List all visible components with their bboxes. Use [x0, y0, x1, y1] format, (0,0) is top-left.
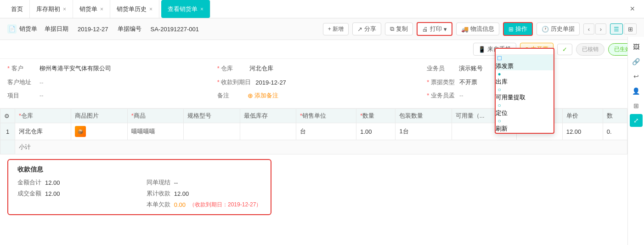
history-icon: 🕐	[542, 26, 549, 33]
locate-icon: ○	[496, 102, 503, 109]
ticket-type-label: 票据类型	[427, 78, 455, 86]
outstanding-value: 0.00	[174, 201, 186, 208]
doc-icon: 📄	[7, 24, 17, 34]
tab-home[interactable]: 首页	[5, 0, 30, 18]
phone-icon: 📱	[478, 46, 486, 53]
address-field: 客户地址 --	[7, 78, 217, 87]
row-min-stock	[240, 123, 296, 140]
project-value: --	[38, 91, 74, 100]
th-unit: *销售单位	[296, 109, 356, 123]
date-label: 单据日期	[45, 25, 68, 33]
row-price: 12.00	[562, 123, 603, 140]
outstanding-row: 本单欠款 0.00 （收款到期日：2019-12-27）	[147, 200, 262, 209]
settlement-row: 同单现结 --	[147, 178, 262, 187]
operations-icon: ⊞	[508, 26, 514, 33]
menu-item-refresh[interactable]: ○ 刷新	[496, 117, 554, 133]
th-extra: 数	[603, 109, 627, 123]
doc-actions: + 新增 ↗ 分享 ⧉ 复制 🖨 打印 ▾ 🚚 物流信息 ⊞ 操作	[323, 22, 637, 36]
total-amount-row: 金额合计 12.00	[17, 178, 133, 187]
tab-inventory[interactable]: 库存期初 ×	[30, 0, 73, 18]
copy-icon: ⧉	[390, 25, 394, 33]
payment-grid: 金额合计 12.00 同单现结 -- 成交金额 12.00 累计收款 12.00	[17, 178, 261, 209]
print-button[interactable]: 🖨 打印 ▾	[417, 22, 452, 36]
due-date-note: （收款到期日：2019-12-27）	[189, 201, 261, 209]
outstanding-label: 本单欠款	[147, 200, 170, 209]
employee-value: 演示账号	[457, 63, 494, 74]
th-product: *商品	[127, 109, 183, 123]
print-dropdown-icon: ▾	[444, 26, 447, 33]
subtotal-row: 小计	[0, 140, 627, 154]
salesperson-label: 业务员孟	[427, 91, 455, 100]
close-tab-inventory[interactable]: ×	[63, 6, 66, 12]
settlement-value: --	[174, 179, 178, 186]
invoice-icon: ☐	[496, 55, 503, 62]
customer-label: 客户	[7, 64, 35, 73]
dropdown-overlay: ☐ 添发票 ● 出库 ○ 可用量提取 ○ 定位 ○ 刷新	[495, 48, 554, 134]
cumulative-label: 累计收款	[147, 189, 170, 198]
row-unit: 台	[296, 123, 356, 140]
add-note-button[interactable]: ⊕ 添加备注	[248, 91, 278, 100]
available-qty-icon: ○	[496, 86, 503, 93]
salesperson-value: --	[458, 91, 494, 100]
add-button[interactable]: + 新增	[323, 23, 349, 35]
menu-item-locate[interactable]: ○ 定位	[496, 102, 554, 117]
tab-sales[interactable]: 销货单 ×	[73, 0, 110, 18]
bottom-section: 收款信息 金额合计 12.00 同单现结 -- 成交金额 12.00 累计收款 …	[0, 154, 644, 220]
menu-item-outbound[interactable]: ● 出库	[496, 70, 554, 86]
view-toggle: ☰ ⊞	[610, 23, 637, 34]
nav-arrows: ‹ ›	[583, 23, 606, 34]
share-icon: ↗	[357, 26, 362, 33]
print-icon: 🖨	[422, 26, 428, 33]
employee-label: 业务员	[427, 64, 454, 73]
total-amount-value: 12.00	[45, 179, 60, 186]
list-view-button[interactable]: ☰	[610, 23, 623, 34]
history-button[interactable]: 🕐 历史单据	[537, 23, 580, 35]
warehouse-field: 仓库 河北仓库	[217, 63, 427, 74]
dropdown-title-bar	[496, 49, 554, 55]
share-button[interactable]: ↗ 分享	[352, 23, 381, 35]
doc-header: 📄 销货单 单据日期 2019-12-27 单据编号 SA-20191227-0…	[0, 18, 644, 40]
copy-button[interactable]: ⧉ 复制	[385, 23, 413, 35]
close-window-button[interactable]: ×	[625, 4, 639, 14]
cancelled-status[interactable]: 已核销	[576, 43, 604, 56]
transaction-label: 成交金额	[17, 189, 41, 198]
row-pkg-qty: 1台	[395, 123, 452, 140]
right-panel-image-btn[interactable]: 🖼	[630, 40, 643, 53]
doc-meta: 单据日期 2019-12-27 单据编号 SA-20191227-001	[45, 25, 199, 33]
close-tab-sales[interactable]: ×	[100, 6, 103, 12]
next-arrow[interactable]: ›	[595, 23, 606, 34]
tab-view-sales[interactable]: 查看销货单 ×	[161, 0, 210, 18]
th-min-stock: 最低库存	[240, 109, 296, 123]
customer-field: 客户 柳州粤港平安气体有限公司	[7, 63, 217, 74]
due-date-label: 收款到期日	[217, 78, 251, 86]
total-amount-label: 金额合计	[17, 178, 41, 187]
right-panel-user-btn[interactable]: 👤	[630, 85, 643, 97]
operations-button[interactable]: ⊞ 操作	[503, 22, 533, 36]
note-label: 备注	[217, 91, 245, 100]
menu-item-invoice[interactable]: ☐ 添发票	[496, 55, 554, 70]
row-spec	[184, 123, 240, 140]
plus-icon: ⊕	[248, 92, 253, 99]
confirm-icon: ✓	[562, 46, 567, 53]
settlement-label: 同单现结	[147, 178, 170, 187]
tab-sales-history[interactable]: 销货单历史 ×	[110, 0, 159, 18]
close-tab-view-sales[interactable]: ×	[200, 6, 203, 12]
grid-view-button[interactable]: ⊞	[624, 23, 637, 34]
right-panel-back-btn[interactable]: ↩	[630, 70, 643, 83]
logistics-button[interactable]: 🚚 物流信息	[456, 23, 499, 35]
confirm-button[interactable]: ✓	[557, 44, 572, 55]
doc-title-text: 销货单	[19, 25, 37, 33]
right-panel-link-btn[interactable]: 🔗	[630, 55, 643, 68]
cumulative-row: 累计收款 12.00	[147, 189, 262, 198]
close-tab-sales-history[interactable]: ×	[149, 6, 153, 12]
right-panel-grid-btn[interactable]: ⊞	[630, 99, 643, 112]
outbound-icon: ●	[496, 70, 503, 78]
project-field: 项目 --	[7, 91, 217, 100]
prev-arrow[interactable]: ‹	[583, 23, 594, 34]
right-panel-expand-btn[interactable]: ⤢	[630, 114, 643, 127]
due-date-field: 收款到期日 2019-12-27	[217, 78, 427, 87]
menu-item-available-qty[interactable]: ○ 可用量提取	[496, 86, 554, 102]
product-thumbnail: 📦	[75, 126, 86, 137]
dropdown-container: ☐ 添发票 ● 出库 ○ 可用量提取 ○ 定位 ○ 刷新	[495, 48, 554, 134]
transaction-value: 12.00	[45, 190, 60, 197]
